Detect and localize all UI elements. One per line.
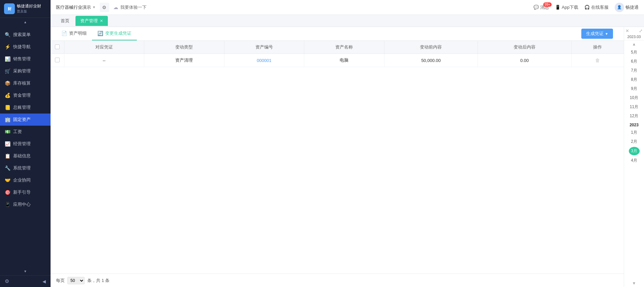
messages-badge: 99+ (543, 2, 552, 7)
nav-icon-inventory: 📦 (5, 81, 10, 86)
sidebar-item-funds[interactable]: 💰资金管理 (0, 89, 51, 101)
col-after-content: 变动后内容 (478, 41, 572, 54)
calendar-month-item[interactable]: 11月 (624, 102, 644, 111)
calendar-month-item[interactable]: 7月 (624, 66, 644, 75)
customer-service-label: 在线客服 (591, 4, 609, 10)
inner-tab-label-asset-detail: 资产明细 (69, 30, 87, 36)
col-asset-name: 资产名称 (304, 41, 385, 54)
nav-icon-guide: 🎯 (5, 190, 10, 195)
calendar-month-item[interactable]: 10月 (624, 93, 644, 102)
calendar-scroll-up-btn[interactable]: ▲ (624, 40, 644, 48)
calendar-month-item[interactable]: 5月 (624, 48, 644, 57)
nav-icon-funds: 💰 (5, 93, 10, 98)
col-before-content: 变动前内容 (384, 41, 478, 54)
table-container: 对应凭证 变动类型 资产编号 资产名称 变动前内容 变动后内容 操作 -- 资产… (51, 41, 624, 274)
nav-icon-basic-info: 📋 (5, 153, 10, 159)
delete-row-icon-0[interactable]: 🗑 (595, 58, 600, 63)
inner-tab-icon-change-voucher: 🔄 (97, 31, 103, 36)
topbar: 医疗器械行业演示 ▼ ⚙ ☁ 我要体验一下 💬 消息 99+ 📱 App下载 🎧… (51, 0, 644, 15)
company-selector[interactable]: 医疗器械行业演示 ▼ (56, 4, 96, 10)
nav-label-ledger: 总账管理 (13, 104, 31, 110)
sidebar-item-quick-nav[interactable]: ⚡快捷导航 (0, 41, 51, 53)
experience-button[interactable]: ☁ 我要体验一下 (113, 4, 147, 10)
calendar-month-item[interactable]: 2月 (624, 137, 644, 146)
calendar-close-btn[interactable]: ✕ (625, 28, 629, 33)
row-action-0[interactable]: 🗑 (571, 54, 624, 67)
nav-label-sales: 销售管理 (13, 56, 31, 62)
row-asset-name-0: 电脑 (304, 54, 385, 67)
inner-tab-asset-detail[interactable]: 📄资产明细 (56, 27, 92, 40)
sidebar-item-ledger[interactable]: 📒总账管理 (0, 101, 51, 114)
sidebar-item-sales[interactable]: 📊销售管理 (0, 53, 51, 65)
nav-icon-quick-nav: ⚡ (5, 44, 10, 50)
customer-service-icon: 🎧 (584, 5, 590, 10)
calendar-month-item[interactable]: 8月 (624, 75, 644, 84)
app-download-button[interactable]: 📱 App下载 (555, 4, 578, 10)
nav-icon-search: 🔍 (5, 32, 10, 37)
calendar-month-item[interactable]: 4月 (624, 156, 644, 165)
logo-icon: 财 (4, 3, 15, 14)
customer-service-button[interactable]: 🎧 在线客服 (584, 4, 609, 10)
experience-icon: ☁ (113, 4, 118, 10)
per-page-select[interactable]: 102050100 (67, 277, 85, 284)
calendar-month-item[interactable]: 9月 (624, 84, 644, 93)
row-voucher-0: -- (64, 54, 144, 67)
sidebar-item-basic-info[interactable]: 📋基础信息 (0, 150, 51, 162)
nav-label-salary: 工资 (13, 129, 22, 135)
generate-voucher-button[interactable]: 生成凭证▼ (581, 29, 613, 39)
row-checkbox-cell-0[interactable] (51, 54, 64, 67)
messages-button[interactable]: 💬 消息 99+ (533, 4, 549, 10)
nav-label-inventory: 库存核算 (13, 80, 31, 86)
sidebar-item-purchase[interactable]: 🛒采购管理 (0, 65, 51, 77)
nav-icon-operations: 📈 (5, 141, 10, 147)
calendar-month-item[interactable]: 3月 (629, 147, 640, 155)
topbar-right: 💬 消息 99+ 📱 App下载 🎧 在线客服 👤 畅捷通 (533, 3, 639, 12)
app-edition: 普及版 (17, 9, 41, 14)
sidebar-item-app-center[interactable]: 📱应用中心 (0, 198, 51, 211)
per-page-label: 每页 (56, 278, 65, 284)
generate-voucher-label: 生成凭证 (586, 31, 604, 37)
select-all-header[interactable] (51, 41, 64, 54)
calendar-month-item[interactable]: 12月 (624, 111, 644, 121)
nav-icon-salary: 💵 (5, 129, 10, 134)
nav-icon-fixed-assets: 🏢 (5, 117, 10, 122)
inner-tab-change-voucher[interactable]: 🔄变更生成凭证 (92, 27, 137, 40)
sidebar-item-guide[interactable]: 🎯新手引导 (0, 186, 51, 198)
tab-close-asset-mgmt[interactable]: ✕ (100, 19, 103, 23)
tab-home[interactable]: 首页 (56, 16, 74, 26)
pagination: 每页 102050100 条，共 1 条 (51, 274, 624, 287)
nav-label-operations: 经营管理 (13, 141, 31, 147)
sidebar-item-salary[interactable]: 💵工资 (0, 126, 51, 138)
app-logo[interactable]: 财 畅捷通好业财 普及版 (0, 0, 51, 18)
sidebar-scroll-up[interactable]: ▲ (0, 18, 51, 26)
col-change-type: 变动类型 (144, 41, 224, 54)
sidebar-item-fixed-assets[interactable]: 🏢固定资产 (0, 114, 51, 126)
sidebar-item-operations[interactable]: 📈经营管理 (0, 138, 51, 150)
settings-icon[interactable]: ⚙ (5, 278, 9, 284)
table-header-row: 对应凭证 变动类型 资产编号 资产名称 变动前内容 变动后内容 操作 (51, 41, 624, 54)
calendar-expand-btn[interactable]: ⤢ (639, 28, 643, 33)
sidebar-item-inventory[interactable]: 📦库存核算 (0, 77, 51, 89)
sidebar-item-system[interactable]: 🔧系统管理 (0, 162, 51, 174)
nav-label-fixed-assets: 固定资产 (13, 117, 31, 123)
inner-tabs: 📄资产明细🔄变更生成凭证生成凭证▼ (51, 27, 624, 41)
app-name: 畅捷通好业财 (17, 4, 41, 9)
tab-asset-mgmt[interactable]: 资产管理✕ (75, 16, 108, 26)
row-change-type-0: 资产清理 (144, 54, 224, 67)
user-profile[interactable]: 👤 畅捷通 (615, 3, 639, 12)
col-asset-code: 资产编号 (224, 41, 304, 54)
sidebar-scroll-down[interactable]: ▼ (0, 267, 51, 275)
row-checkbox-0[interactable] (55, 58, 60, 62)
calendar-month-item[interactable]: 6月 (624, 57, 644, 66)
row-before-content-0: 50,000.00 (384, 54, 478, 67)
experience-label: 我要体验一下 (120, 4, 147, 10)
sidebar-item-enterprise[interactable]: 🤝企业协同 (0, 174, 51, 186)
settings-button[interactable]: ⚙ (100, 3, 109, 12)
calendar-month-item[interactable]: 1月 (624, 128, 644, 137)
tabbar: 首页资产管理✕ (51, 15, 644, 27)
collapse-icon[interactable]: ◀ (42, 279, 46, 284)
calendar-scroll-down-btn[interactable]: ▼ (624, 280, 644, 287)
asset-table: 对应凭证 变动类型 资产编号 资产名称 变动前内容 变动后内容 操作 -- 资产… (51, 41, 624, 67)
select-all-checkbox[interactable] (55, 44, 60, 49)
sidebar-item-search[interactable]: 🔍搜索菜单 (0, 29, 51, 41)
